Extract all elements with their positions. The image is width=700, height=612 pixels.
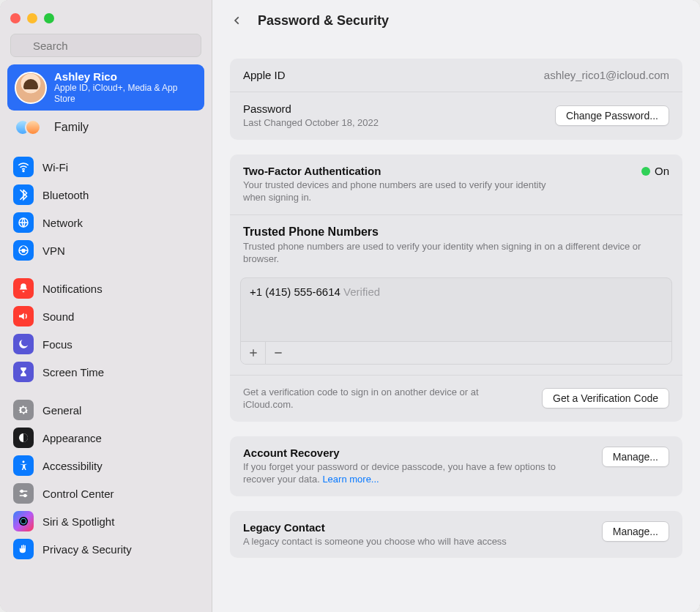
sidebar-item-bluetooth[interactable]: Bluetooth (7, 181, 204, 209)
sidebar-item-general[interactable]: General (7, 396, 204, 424)
sidebar-item-label: Sound (42, 310, 74, 323)
sidebar-item-label: Control Center (42, 488, 114, 500)
account-name: Ashley Rico (54, 70, 197, 83)
vpn-icon (13, 240, 34, 261)
siri-icon (13, 511, 34, 531)
sidebar-item-vpn[interactable]: VPN (7, 236, 204, 264)
sidebar-item-network[interactable]: Network (7, 209, 204, 236)
twofa-title: Two-Factor Authentication (243, 165, 558, 177)
legacy-manage-button[interactable]: Manage... (602, 521, 669, 542)
sidebar-item-label: Network (42, 217, 83, 229)
window-controls (0, 7, 212, 34)
sliders-icon (13, 483, 34, 504)
sidebar-item-family[interactable]: Family (7, 112, 204, 143)
hourglass-icon (13, 362, 34, 382)
network-icon (13, 212, 34, 233)
sidebar-item-label: Notifications (42, 283, 103, 295)
gear-icon (13, 400, 34, 420)
wifi-icon (13, 157, 34, 177)
svg-point-7 (23, 460, 25, 463)
sidebar-item-label: Bluetooth (42, 189, 89, 201)
bluetooth-icon (13, 184, 34, 205)
change-password-button[interactable]: Change Password... (555, 105, 669, 126)
fullscreen-window[interactable] (44, 13, 54, 23)
svg-point-2 (23, 171, 24, 172)
legacy-sub: A legacy contact is someone you choose w… (243, 535, 507, 548)
accessibility-icon (13, 455, 34, 476)
get-verification-code-button[interactable]: Get a Verification Code (542, 388, 669, 408)
close-window[interactable] (10, 13, 21, 23)
svg-point-9 (21, 490, 23, 493)
hand-icon (13, 539, 34, 559)
password-label: Password (243, 102, 379, 115)
trusted-title: Trusted Phone Numbers (230, 215, 682, 240)
sidebar-item-label: Wi-Fi (42, 161, 68, 173)
appleid-label: Apple ID (243, 69, 286, 81)
minimize-window[interactable] (27, 13, 37, 23)
recovery-sub: If you forget your password or device pa… (243, 460, 558, 486)
recovery-title: Account Recovery (243, 447, 558, 459)
search-input[interactable] (10, 34, 201, 57)
sidebar-item-label: VPN (42, 245, 65, 257)
recovery-manage-button[interactable]: Manage... (602, 447, 669, 467)
password-sub: Last Changed October 18, 2022 (243, 116, 379, 130)
back-button[interactable] (227, 10, 247, 31)
sidebar-item-wifi[interactable]: Wi-Fi (7, 153, 204, 181)
bell-icon (13, 278, 34, 299)
svg-point-11 (24, 495, 26, 497)
sidebar-item-siri[interactable]: Siri & Spotlight (7, 507, 204, 535)
moon-icon (13, 334, 34, 354)
sidebar-item-accessibility[interactable]: Accessibility (7, 452, 204, 479)
add-phone-button[interactable] (241, 342, 266, 364)
legacy-title: Legacy Contact (243, 521, 507, 534)
avatar (15, 72, 47, 104)
trusted-phone-status: Verified (343, 286, 380, 298)
trusted-phone-number: +1 (415) 555-6614 (250, 286, 340, 298)
sidebar-item-appleid[interactable]: Ashley Rico Apple ID, iCloud+, Media & A… (7, 64, 204, 111)
sidebar-item-sound[interactable]: Sound (7, 302, 204, 330)
sidebar-item-screentime[interactable]: Screen Time (7, 358, 204, 386)
sidebar-item-label: Family (54, 121, 89, 134)
verification-text: Get a verification code to sign in on an… (243, 386, 521, 411)
sidebar-item-notifications[interactable]: Notifications (7, 275, 204, 302)
sidebar-item-label: Screen Time (42, 366, 104, 378)
sidebar-item-privacy[interactable]: Privacy & Security (7, 535, 204, 563)
sidebar-item-appearance[interactable]: Appearance (7, 424, 204, 452)
appleid-row: Apple ID ashley_rico1@icloud.com (230, 59, 682, 92)
sidebar-item-label: Accessibility (42, 460, 103, 472)
sidebar-item-label: Siri & Spotlight (42, 515, 114, 528)
page-title: Password & Security (258, 13, 389, 29)
account-sub: Apple ID, iCloud+, Media & App Store (54, 83, 197, 105)
sound-icon (13, 306, 34, 326)
appleid-value: ashley_rico1@icloud.com (544, 69, 669, 81)
remove-phone-button[interactable] (266, 342, 291, 364)
trusted-phone-item[interactable]: +1 (415) 555-6614 Verified (241, 278, 671, 341)
sidebar-item-label: Appearance (42, 432, 102, 444)
svg-rect-5 (22, 249, 26, 253)
password-row: Password Last Changed October 18, 2022 C… (230, 92, 682, 140)
sidebar-item-label: General (42, 404, 81, 417)
sidebar-item-controlcenter[interactable]: Control Center (7, 479, 204, 507)
twofa-status: On (641, 165, 669, 178)
recovery-learn-more-link[interactable]: Learn more... (322, 474, 379, 485)
status-dot-icon (641, 167, 650, 176)
sidebar-item-label: Privacy & Security (42, 543, 132, 556)
trusted-sub: Trusted phone numbers are used to verify… (230, 240, 682, 273)
sidebar-item-label: Focus (42, 338, 72, 351)
twofa-sub: Your trusted devices and phone numbers a… (243, 179, 558, 204)
appearance-icon (13, 428, 34, 448)
family-icon (15, 118, 45, 137)
sidebar-item-focus[interactable]: Focus (7, 330, 204, 358)
